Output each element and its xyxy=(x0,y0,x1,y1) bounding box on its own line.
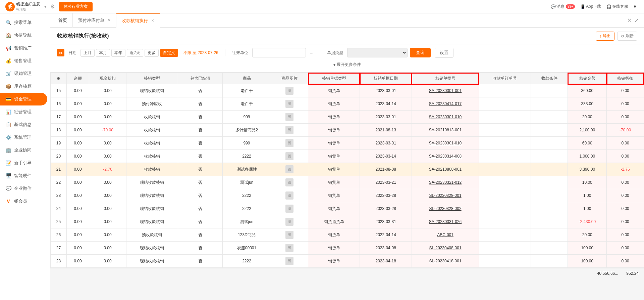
filter-expand-icon[interactable]: ≫ xyxy=(57,49,64,56)
table-cell: 0.00 xyxy=(607,228,644,242)
table-cell: 0.00 xyxy=(89,202,126,215)
table-cell: 否 xyxy=(178,137,223,150)
table-cell: 0.00 xyxy=(607,215,644,228)
tab-prepay[interactable]: 预付冲应付单 ✕ xyxy=(73,13,116,28)
date-btn-custom[interactable]: 自定义 xyxy=(160,49,178,57)
date-btn-this-month[interactable]: 本月 xyxy=(96,49,110,57)
table-cell: 25 xyxy=(51,215,67,228)
verify-number-cell[interactable]: SA-20230321-012 xyxy=(412,176,479,189)
tab-receipt[interactable]: 收款核销执行 ✕ xyxy=(116,13,160,28)
table-body: 150.000.00现结收款核销否老白干图销货单2023-03-01SA-202… xyxy=(51,84,644,268)
verify-number-cell[interactable]: SA-20210808-001 xyxy=(412,163,479,176)
col-goods: 商品 xyxy=(222,73,271,84)
filter-row-1: ≫ 日期 上月 本月 本年 近7天 更多 自定义 不限 至 2023-07-26 xyxy=(57,48,637,58)
sidebar-item-enterprise[interactable]: 🏢 企业协同 xyxy=(0,144,50,157)
table-cell: 否 xyxy=(178,124,223,137)
table-cell: 0.00 xyxy=(89,242,126,255)
expand-row: ▾ 展开更多条件 xyxy=(57,60,637,69)
table-cell: 24 xyxy=(51,202,67,215)
verify-number-cell[interactable]: ABC-001 xyxy=(412,228,479,242)
sidebar-item-operation[interactable]: 📊 经营管理 xyxy=(0,105,50,118)
date-btn-last-month[interactable]: 上月 xyxy=(80,49,95,57)
table-row: 230.000.00现结收款核销否2222图销货单2023-03-28SL-20… xyxy=(51,189,644,202)
table-cell: 2,100.00 xyxy=(568,124,607,137)
settings-icon[interactable]: ⚙ xyxy=(50,3,55,10)
tab-receipt-close[interactable]: ✕ xyxy=(151,18,154,23)
user-name[interactable]: Rit xyxy=(634,4,639,9)
table-cell: 销货单 xyxy=(308,137,360,150)
guide-icon: 📝 xyxy=(5,160,11,166)
table-footer: 40,556,66... 952.24 xyxy=(50,268,644,278)
table-cell xyxy=(479,228,531,242)
table-cell: 20.00 xyxy=(568,111,607,124)
table-cell xyxy=(479,189,531,202)
verify-number-cell[interactable]: SA-20230331-026 xyxy=(412,215,479,228)
app-download[interactable]: 📱 App下载 xyxy=(580,4,601,9)
table-cell: 0.00 xyxy=(66,84,89,97)
sidebar-item-sales[interactable]: 💰 销售管理 xyxy=(0,54,50,67)
sidebar-item-system[interactable]: ⚙️ 系统管理 xyxy=(0,131,50,144)
partner-input[interactable] xyxy=(252,48,306,57)
sidebar-item-quick[interactable]: 🏠 快捷导航 xyxy=(0,29,50,42)
verify-number-cell[interactable]: SA-20230314-008 xyxy=(412,150,479,163)
filter-area: ≫ 日期 上月 本月 本年 近7天 更多 自定义 不限 至 2023-07-26 xyxy=(50,44,644,73)
sidebar-item-basic[interactable]: 📋 基础信息 xyxy=(0,118,50,131)
table-cell: 0.00 xyxy=(66,242,89,255)
verify-number-cell[interactable]: SA-20210813-001 xyxy=(412,124,479,137)
sidebar-item-search[interactable]: 🔍 搜索菜单 xyxy=(0,16,50,29)
date-btn-7days[interactable]: 近7天 xyxy=(127,49,143,57)
finance-icon: 💳 xyxy=(5,96,11,102)
col-settings[interactable]: ⚙ xyxy=(51,73,67,84)
tab-close-all-icon[interactable]: ✕ xyxy=(627,17,632,24)
table-row: 210.00-2.76收款核销否测试多属性图销货单2021-08-08SA-20… xyxy=(51,163,644,176)
voucher-type-select[interactable] xyxy=(347,48,408,57)
table-cell: 0.00 xyxy=(89,176,126,189)
sidebar-label-purchase: 采购管理 xyxy=(14,71,32,77)
table-cell: 360.00 xyxy=(568,84,607,97)
tab-home[interactable]: 首页 xyxy=(53,13,73,28)
industry-btn[interactable]: 体验行业方案 xyxy=(59,2,93,11)
export-button[interactable]: ↑ 导出 xyxy=(596,32,614,41)
table-cell: 销货单 xyxy=(308,228,360,242)
verify-number-cell[interactable]: SA-20230301-010 xyxy=(412,111,479,124)
verify-number-cell[interactable]: SL-20230418-001 xyxy=(412,255,479,268)
verify-number-cell[interactable]: SL-20230408-001 xyxy=(412,242,479,255)
notifications[interactable]: 💬 消息 99+ xyxy=(551,4,575,9)
date-btn-this-year[interactable]: 本年 xyxy=(111,49,125,57)
logo-dropdown-icon[interactable]: ▾ xyxy=(44,4,46,9)
table-cell: 0.00 xyxy=(89,228,126,242)
verify-number-cell[interactable]: SA-20230414-017 xyxy=(412,97,479,111)
sidebar-item-wechat[interactable]: 💬 企业微信 xyxy=(0,182,50,195)
sidebar-item-marketing[interactable]: 📢 营销推广 xyxy=(0,42,50,54)
online-service[interactable]: 🎧 在线客服 xyxy=(606,4,628,9)
table-cell: 16 xyxy=(51,97,67,111)
table-cell: 衣服00001 xyxy=(222,242,271,255)
sidebar-item-inventory[interactable]: 📦 库存核算 xyxy=(0,80,50,93)
table-cell: 否 xyxy=(178,163,223,176)
tab-prepay-close[interactable]: ✕ xyxy=(108,18,111,23)
sidebar-item-finance[interactable]: 💳 资金管理 xyxy=(0,93,47,105)
sidebar-item-hardware[interactable]: 🖥️ 智能硬件 xyxy=(0,169,50,182)
table-cell: 333.00 xyxy=(568,97,607,111)
table-cell: 否 xyxy=(178,150,223,163)
expand-more-btn[interactable]: ▾ 展开更多条件 xyxy=(333,60,361,69)
table-cell: 否 xyxy=(178,228,223,242)
sidebar-item-guide[interactable]: 📝 新手引导 xyxy=(0,157,50,169)
sidebar-item-member[interactable]: V 畅会员 xyxy=(0,195,50,208)
verify-number-cell[interactable]: SA-20230301-010 xyxy=(412,137,479,150)
table-cell xyxy=(531,242,568,255)
tab-expand-icon[interactable]: ⤢ xyxy=(634,17,639,24)
table-row: 190.000.00收款核销否999图销货单2023-03-01SA-20230… xyxy=(51,137,644,150)
verify-number-cell[interactable]: SL-20230328-001 xyxy=(412,189,479,202)
table-cell: 图 xyxy=(271,228,308,242)
query-button[interactable]: 查询 xyxy=(410,48,431,57)
setting-button[interactable]: 设置 xyxy=(435,48,453,58)
verify-number-cell[interactable]: SL-20230328-002 xyxy=(412,202,479,215)
voucher-type-label: 单据类型 xyxy=(327,50,343,56)
date-btn-more[interactable]: 更多 xyxy=(145,49,159,57)
table-cell: -70.00 xyxy=(607,124,644,137)
sidebar-item-purchase[interactable]: 🛒 采购管理 xyxy=(0,67,50,80)
refresh-button[interactable]: ↻ 刷新 xyxy=(617,32,637,41)
table-cell: 测试jun xyxy=(222,215,271,228)
verify-number-cell[interactable]: SA-20230301-001 xyxy=(412,84,479,97)
